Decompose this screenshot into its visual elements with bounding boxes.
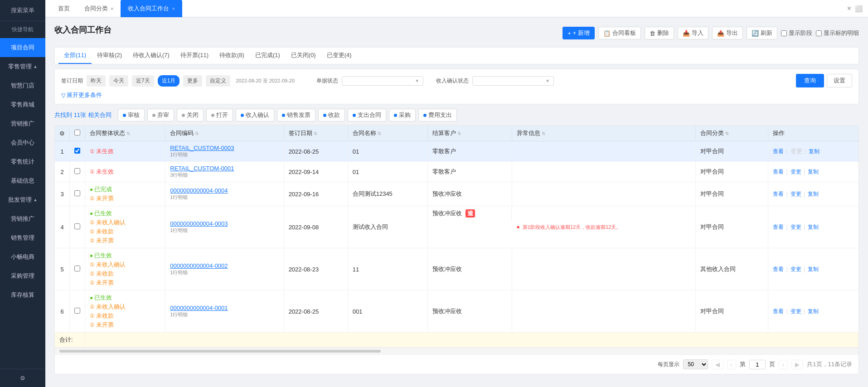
row-checkbox[interactable]: [70, 141, 85, 162]
contract-code-link-1[interactable]: RETAIL_CUSTOM-0003: [170, 145, 234, 151]
import-button[interactable]: 📥 导入: [678, 27, 708, 39]
sidebar-item-retail-stats[interactable]: 零售统计: [0, 152, 45, 171]
contract-code-link-2[interactable]: RETAIL_CUSTOM-0001: [170, 165, 234, 172]
collection-button[interactable]: 收款: [318, 109, 345, 121]
refresh-button[interactable]: 🔄 刷新: [747, 27, 777, 39]
copy-btn-6[interactable]: 复制: [808, 308, 819, 314]
expand-conditions-button[interactable]: ▽ 展开更多条件: [61, 91, 852, 99]
filter-7days[interactable]: 近7天: [132, 75, 154, 87]
filter-custom[interactable]: 自定义: [206, 75, 230, 87]
row-checkbox-3[interactable]: [74, 190, 80, 196]
show-marked-detail-checkbox-label[interactable]: 显示标的明细: [816, 29, 859, 37]
th-sign-date[interactable]: 签订日期 ⇅: [284, 126, 348, 141]
sidebar-item-project[interactable]: 项目合同: [0, 38, 45, 57]
status-tab-pending-review[interactable]: 待审核(2): [92, 48, 127, 64]
purchase-button[interactable]: 采购: [389, 109, 416, 121]
th-overall-status[interactable]: 合同整体状态 ⇅: [85, 126, 165, 141]
sidebar-quick-nav[interactable]: 快捷导航: [0, 21, 45, 38]
sidebar-item-xiaochang[interactable]: 小畅电商: [0, 247, 45, 266]
row-checkbox[interactable]: [70, 182, 85, 206]
sidebar-item-retail-mall[interactable]: 零售商城: [0, 95, 45, 114]
copy-btn-5[interactable]: 复制: [808, 266, 819, 272]
copy-btn-1[interactable]: 复制: [809, 148, 820, 155]
row-checkbox-1[interactable]: [74, 148, 80, 154]
filter-today[interactable]: 今天: [109, 75, 128, 87]
row-checkbox-2[interactable]: [74, 168, 80, 174]
change-btn-5[interactable]: 变更: [790, 266, 801, 272]
set-button[interactable]: 设置: [827, 74, 852, 87]
status-tab-all[interactable]: 全部(11): [58, 48, 92, 64]
sidebar-item-retail-mgmt[interactable]: 零售管理 ▲: [0, 57, 45, 76]
filter-yesterday[interactable]: 昨天: [87, 75, 106, 87]
page-size-select[interactable]: 20 50 100: [683, 359, 708, 369]
show-segment-checkbox-label[interactable]: 显示阶段: [781, 29, 812, 37]
row-checkbox-6[interactable]: [74, 308, 80, 314]
sidebar-item-purchase-mgmt[interactable]: 采购管理: [0, 266, 45, 285]
view-btn-4[interactable]: 查看: [773, 224, 784, 230]
contract-code-link-3[interactable]: 0000000000004-0004: [170, 187, 228, 194]
copy-btn-3[interactable]: 复制: [808, 191, 819, 197]
row-checkbox[interactable]: [70, 162, 85, 182]
status-tab-completed[interactable]: 已完成(1): [250, 48, 286, 64]
next-page-button[interactable]: ›: [779, 360, 788, 369]
tab-contract-category-close[interactable]: ×: [111, 0, 113, 17]
tab-income-workbench[interactable]: 收入合同工作台 ×: [121, 0, 182, 17]
contract-code-link-4[interactable]: 0000000000004-0003: [170, 220, 228, 227]
expense-contract-button[interactable]: 支出合同: [348, 109, 386, 121]
status-tab-closed[interactable]: 已关闭(0): [286, 48, 321, 64]
sales-invoice-button[interactable]: 销售发票: [277, 109, 315, 121]
income-confirm-select[interactable]: ▼: [472, 76, 554, 86]
abandon-button[interactable]: 弃审: [147, 109, 174, 121]
row-checkbox[interactable]: [70, 248, 85, 290]
first-page-button[interactable]: ◀: [712, 360, 723, 369]
sidebar-item-batch-mgmt[interactable]: 批发管理 ▲: [0, 190, 45, 209]
open-button[interactable]: 打开: [206, 109, 233, 121]
status-tab-pending-income-confirm[interactable]: 待收入确认(7): [127, 48, 175, 64]
view-btn-5[interactable]: 查看: [773, 266, 784, 272]
th-contract-name[interactable]: 合同名称 ⇅: [348, 126, 427, 141]
row-checkbox-5[interactable]: [74, 266, 80, 271]
view-btn-1[interactable]: 查看: [773, 148, 784, 155]
income-confirm-button[interactable]: 收入确认: [236, 109, 274, 121]
copy-btn-4[interactable]: 复制: [808, 224, 819, 230]
status-tab-pending-invoice[interactable]: 待开票(11): [175, 48, 214, 64]
sidebar-item-marketing[interactable]: 营销推广: [0, 114, 45, 133]
change-btn-4[interactable]: 变更: [790, 224, 801, 230]
sidebar-item-sales-mgmt[interactable]: 销售管理: [0, 228, 45, 247]
row-checkbox[interactable]: [70, 290, 85, 333]
page-number-input[interactable]: [749, 360, 766, 369]
change-btn-6[interactable]: 变更: [790, 308, 801, 314]
select-all-checkbox[interactable]: [74, 130, 80, 135]
close-button[interactable]: 关闭: [177, 109, 204, 121]
row-checkbox-4[interactable]: [74, 223, 80, 229]
th-settings[interactable]: ⚙: [55, 126, 70, 141]
status-tab-pending-payment[interactable]: 待收款(8): [214, 48, 250, 64]
tab-home[interactable]: 首页: [51, 0, 77, 17]
audit-button[interactable]: 审核: [118, 109, 145, 121]
window-maximize-icon[interactable]: ⬜: [855, 5, 863, 12]
show-segment-checkbox[interactable]: [781, 30, 787, 36]
th-contract-code[interactable]: 合同编码 ⇅: [165, 126, 284, 141]
view-btn-6[interactable]: 查看: [773, 308, 784, 314]
new-button[interactable]: + + 新增: [563, 27, 595, 39]
view-btn-2[interactable]: 查看: [773, 169, 784, 175]
th-settlement-customer[interactable]: 结算客户 ⇅: [427, 126, 512, 141]
filter-1month[interactable]: 近1月: [158, 75, 180, 87]
status-tab-changed[interactable]: 已变更(4): [321, 48, 357, 64]
prev-page-button[interactable]: ‹: [727, 360, 736, 369]
contract-board-button[interactable]: 📋 合同看板: [598, 27, 641, 39]
th-exception-info[interactable]: 异常信息 ⇅: [512, 126, 696, 141]
copy-btn-2[interactable]: 复制: [808, 169, 819, 175]
row-checkbox[interactable]: [70, 206, 85, 248]
tab-income-workbench-close[interactable]: ×: [172, 0, 175, 17]
sidebar-item-marketing2[interactable]: 营销推广: [0, 209, 45, 228]
tab-contract-category[interactable]: 合同分类 ×: [77, 0, 121, 17]
last-page-button[interactable]: ▶: [791, 360, 803, 369]
filter-more[interactable]: 更多: [183, 75, 202, 87]
expense-payment-button[interactable]: 费用支出: [418, 109, 457, 121]
table-scroll[interactable]: ⚙ 合同整体状态 ⇅ 合同编码 ⇅: [55, 126, 858, 348]
sidebar-item-member[interactable]: 会员中心: [0, 133, 45, 152]
show-marked-detail-checkbox[interactable]: [816, 30, 822, 36]
sidebar-item-inventory[interactable]: 库存核算: [0, 285, 45, 305]
sidebar-item-base-info[interactable]: 基础信息: [0, 171, 45, 190]
